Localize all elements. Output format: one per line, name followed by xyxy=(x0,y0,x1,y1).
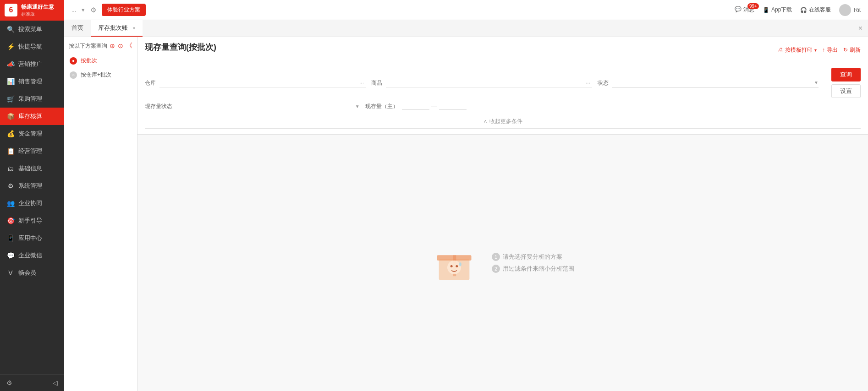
sidebar-item-system[interactable]: ⚙ 系统管理 xyxy=(0,177,64,195)
scheme-by-warehouse-batch[interactable]: ○ 按仓库+批次 xyxy=(64,68,137,82)
user-area[interactable]: Rit xyxy=(839,4,861,16)
add-scheme-icon[interactable]: ⊕ xyxy=(110,42,115,49)
hint-num-2: 2 xyxy=(492,265,500,273)
query-form: 仓库 ··· 商品 ··· 状态 xyxy=(137,62,868,135)
sidebar-item-basic-info[interactable]: 🗂 基础信息 xyxy=(0,160,64,177)
sidebar-item-label: 资金管理 xyxy=(18,130,42,138)
tab-home[interactable]: 首页 xyxy=(64,20,91,37)
sidebar-item-marketing[interactable]: 📣 营销推广 xyxy=(0,55,64,73)
filter-icons: ⊕ ⊙ 《 xyxy=(110,42,132,50)
sidebar-item-finance[interactable]: 💰 资金管理 xyxy=(0,125,64,142)
panel-close-icon[interactable]: × xyxy=(857,22,864,34)
tab-inventory-batch-label: 库存批次账 xyxy=(98,24,128,32)
tab-home-label: 首页 xyxy=(71,24,83,32)
topbar-left: ... ▾ ⚙ 体验行业方案 xyxy=(71,4,146,16)
money-icon: 💰 xyxy=(6,130,15,138)
warehouse-input[interactable] xyxy=(161,80,357,86)
sidebar-item-quicknav[interactable]: ⚡ 快捷导航 xyxy=(0,38,64,55)
mobile-download-icon: 📱 xyxy=(763,7,769,13)
filter-panel: 按以下方案查询 ⊕ ⊙ 《 ● 按批次 ○ 按仓库+批次 xyxy=(64,37,137,391)
export-btn[interactable]: ↑ 导出 xyxy=(822,46,838,54)
sidebar-item-guide[interactable]: 🎯 新手引导 xyxy=(0,212,64,229)
sidebar-item-wechat[interactable]: 💬 企业微信 xyxy=(0,247,64,264)
settings-btn[interactable]: 设置 xyxy=(831,84,861,98)
print-label: 按模板打印 xyxy=(785,46,813,54)
sidebar-item-purchase[interactable]: 🛒 采购管理 xyxy=(0,90,64,108)
refresh-btn[interactable]: ↻ 刷新 xyxy=(843,46,861,54)
chevron-down-icon[interactable]: ▾ xyxy=(82,6,85,13)
settings-icon[interactable]: ⚙ xyxy=(6,379,12,386)
refresh-label: 刷新 xyxy=(850,46,861,54)
hint-text-1: 请先选择要分析的方案 xyxy=(503,251,562,263)
stock-main-to[interactable] xyxy=(439,103,467,110)
sidebar-item-label: 快捷导航 xyxy=(18,43,42,51)
app-download-btn[interactable]: 📱 App下载 xyxy=(763,6,792,14)
cart-icon: 🛒 xyxy=(6,95,15,103)
refresh-icon: ↻ xyxy=(843,47,848,53)
filter-panel-header: 按以下方案查询 ⊕ ⊙ 《 xyxy=(64,42,137,54)
tab-close-icon[interactable]: × xyxy=(132,25,135,31)
query-row-1: 仓库 ··· 商品 ··· 状态 xyxy=(145,68,861,98)
people-icon: 👥 xyxy=(6,199,15,207)
scheme-settings-icon[interactable]: ⊙ xyxy=(118,42,123,49)
online-service-label: 在线客服 xyxy=(809,6,831,14)
status-select[interactable] xyxy=(612,78,814,87)
warehouse-more-icon[interactable]: ··· xyxy=(359,80,364,86)
filter-header-label: 按以下方案查询 xyxy=(69,42,107,50)
online-service-btn[interactable]: 🎧 在线客服 xyxy=(800,6,831,14)
user-name: Rit xyxy=(854,7,861,13)
sidebar-item-label: 畅会员 xyxy=(18,269,36,277)
product-more-icon[interactable]: ··· xyxy=(586,80,590,86)
scheme-inactive-icon: ○ xyxy=(70,71,77,79)
product-field: 商品 ··· xyxy=(371,79,592,87)
svg-point-4 xyxy=(450,265,453,267)
scheme-by-batch[interactable]: ● 按批次 xyxy=(64,54,137,68)
sidebar-item-sales[interactable]: 📊 销售管理 xyxy=(0,73,64,90)
main-content: 现存量查询(按批次) 🖨 按模板打印 ▾ ↑ 导出 ↻ 刷新 xyxy=(137,37,868,391)
print-btn[interactable]: 🖨 按模板打印 ▾ xyxy=(778,46,817,54)
stock-status-select[interactable] xyxy=(176,102,355,111)
sidebar-item-inventory[interactable]: 📦 库存核算 xyxy=(0,108,64,125)
sidebar-item-label: 营销推广 xyxy=(18,60,42,68)
message-btn[interactable]: 💬 消息 99+ xyxy=(735,6,754,14)
sidebar-item-label: 新手引导 xyxy=(18,217,42,225)
svg-point-3 xyxy=(447,261,461,274)
sidebar-title-block: 畅康通好生意 标准版 xyxy=(21,4,54,17)
sidebar-header: 6 畅康通好生意 标准版 xyxy=(0,0,64,21)
company-name: 畅康通好生意 xyxy=(21,4,54,11)
product-label: 商品 xyxy=(371,79,382,87)
sidebar-item-search[interactable]: 🔍 搜索菜单 xyxy=(0,21,64,38)
stock-main-from[interactable] xyxy=(402,103,429,110)
stock-main-field: 现存量（主） — xyxy=(365,103,580,110)
files-icon: 🗂 xyxy=(6,164,15,173)
svg-point-5 xyxy=(456,265,458,267)
product-input-wrapper: ··· xyxy=(386,79,592,87)
clipboard-icon: 📋 xyxy=(6,147,15,155)
box-icon: 📦 xyxy=(6,112,15,120)
tab-inventory-batch[interactable]: 库存批次账 × xyxy=(91,20,143,37)
collapse-label: ∧ 收起更多条件 xyxy=(483,118,522,125)
warehouse-label: 仓库 xyxy=(145,79,156,87)
collapse-filter-icon[interactable]: 《 xyxy=(126,42,132,50)
sidebar-item-operations[interactable]: 📋 经营管理 xyxy=(0,142,64,160)
product-input[interactable] xyxy=(388,80,584,86)
sidebar-item-label: 库存核算 xyxy=(18,112,42,120)
settings-gear-icon[interactable]: ⚙ xyxy=(90,6,96,14)
scheme-batch-label: 按批次 xyxy=(81,57,97,65)
status-label: 状态 xyxy=(598,79,609,87)
collapse-row[interactable]: ∧ 收起更多条件 xyxy=(145,115,861,129)
page-title: 现存量查询(按批次) xyxy=(145,42,216,53)
search-icon: 🔍 xyxy=(6,25,15,33)
stock-status-field: 现存量状态 ▼ xyxy=(145,102,360,111)
sidebar-item-member[interactable]: V 畅会员 xyxy=(0,264,64,282)
query-btn[interactable]: 查询 xyxy=(831,68,861,81)
sidebar-item-label: 企业微信 xyxy=(18,251,42,260)
empty-state: 1 请先选择要分析的方案 2 用过滤条件来缩小分析范围 xyxy=(137,135,868,391)
sidebar-item-label: 经营管理 xyxy=(18,147,42,155)
hint-item-2: 2 用过滤条件来缩小分析范围 xyxy=(492,263,574,275)
target-icon: 🎯 xyxy=(6,217,15,225)
collapse-icon[interactable]: ◁ xyxy=(53,379,58,386)
sidebar-item-enterprise[interactable]: 👥 企业协同 xyxy=(0,195,64,212)
sidebar-item-app-center[interactable]: 📱 应用中心 xyxy=(0,229,64,247)
experience-btn[interactable]: 体验行业方案 xyxy=(102,4,146,16)
